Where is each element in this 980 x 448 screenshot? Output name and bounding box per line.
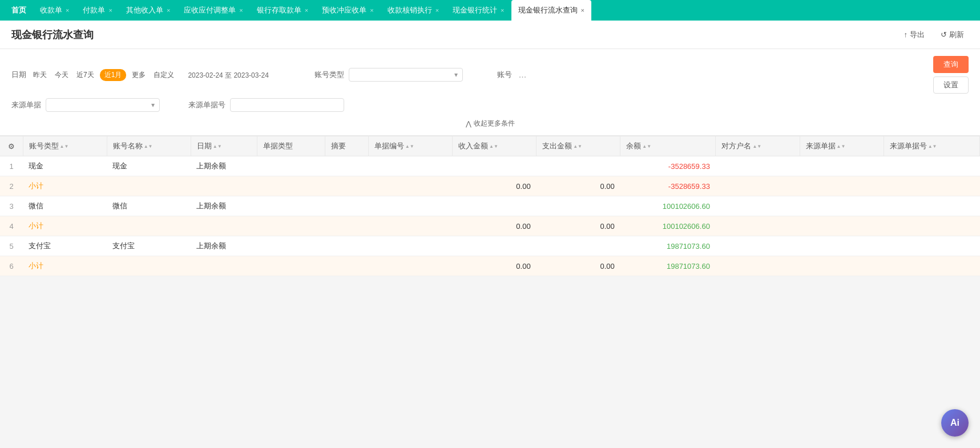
date-range-display: 2023-02-24 至 2023-03-24 bbox=[188, 70, 268, 80]
nav-cash-bank-stats-close[interactable]: × bbox=[501, 7, 504, 14]
table-header-row: ⚙ 账号类型▲▼ 账号名称▲▼ 日期▲▼ 单据类型 摘要 单据编号▲▼ 收入金额… bbox=[0, 136, 980, 156]
row-account-name: 现金 bbox=[107, 156, 191, 176]
col-doc-type[interactable]: 单据类型 bbox=[257, 136, 325, 156]
account-type-select[interactable]: ▾ bbox=[349, 68, 463, 82]
sort-icon-date: ▲▼ bbox=[213, 144, 222, 149]
row-summary bbox=[325, 176, 368, 196]
date-btn-yesterday[interactable]: 昨天 bbox=[31, 69, 49, 81]
source-doc-no-label: 来源单据号 bbox=[188, 100, 225, 110]
table-row: 3微信微信上期余额100102606.60 bbox=[0, 196, 980, 216]
date-btn-today[interactable]: 今天 bbox=[53, 69, 71, 81]
source-doc-label: 来源单据 bbox=[11, 100, 41, 110]
nav-receipt-label: 收款单 bbox=[40, 5, 62, 15]
col-summary[interactable]: 摘要 bbox=[325, 136, 368, 156]
nav-item-ar-ap-adjust[interactable]: 应收应付调整单 × bbox=[177, 0, 249, 21]
row-source-doc bbox=[800, 196, 884, 216]
row-income: 0.00 bbox=[452, 256, 536, 276]
nav-bank-deposit-close[interactable]: × bbox=[305, 7, 308, 14]
table-row: 1现金现金上期余额-3528659.33 bbox=[0, 156, 980, 176]
nav-receipt-close[interactable]: × bbox=[66, 7, 69, 14]
row-account-type: 小计 bbox=[23, 216, 107, 236]
row-doc-type bbox=[257, 156, 325, 176]
source-doc-select[interactable]: ▾ bbox=[46, 98, 160, 112]
nav-item-cash-bank-flow[interactable]: 现金银行流水查询 × bbox=[511, 0, 591, 21]
table-settings-icon[interactable]: ⚙ bbox=[8, 142, 15, 151]
row-balance: 100102606.60 bbox=[620, 216, 716, 236]
row-summary bbox=[325, 196, 368, 216]
row-expense bbox=[537, 196, 620, 216]
row-doc-no bbox=[368, 156, 452, 176]
nav-item-collection-exec[interactable]: 收款核销执行 × bbox=[381, 0, 446, 21]
source-doc-no-filter-group: 来源单据号 bbox=[188, 98, 344, 112]
nav-item-cash-bank-stats[interactable]: 现金银行统计 × bbox=[446, 0, 511, 21]
row-summary bbox=[325, 256, 368, 276]
source-doc-no-input[interactable] bbox=[230, 98, 344, 112]
row-date: 上期余额 bbox=[191, 236, 257, 256]
row-balance: -3528659.33 bbox=[620, 156, 716, 176]
row-account-type: 小计 bbox=[23, 256, 107, 276]
col-settings[interactable]: ⚙ bbox=[0, 136, 23, 156]
account-type-label: 账号类型 bbox=[314, 70, 344, 80]
row-summary bbox=[325, 156, 368, 176]
nav-cash-bank-stats-label: 现金银行统计 bbox=[453, 5, 497, 15]
nav-payment-close[interactable]: × bbox=[108, 7, 112, 14]
data-table: ⚙ 账号类型▲▼ 账号名称▲▼ 日期▲▼ 单据类型 摘要 单据编号▲▼ 收入金额… bbox=[0, 136, 980, 276]
row-no: 1 bbox=[0, 156, 23, 176]
col-source-doc[interactable]: 来源单据▲▼ bbox=[800, 136, 884, 156]
sort-icon-expense: ▲▼ bbox=[573, 144, 582, 149]
nav-ar-ap-close[interactable]: × bbox=[239, 7, 243, 14]
col-income[interactable]: 收入金额▲▼ bbox=[452, 136, 536, 156]
query-button[interactable]: 查询 bbox=[933, 56, 969, 73]
nav-advance-offset-close[interactable]: × bbox=[370, 7, 373, 14]
row-balance: -3528659.33 bbox=[620, 176, 716, 196]
date-btn-7days[interactable]: 近7天 bbox=[74, 69, 96, 81]
nav-item-payment[interactable]: 付款单 × bbox=[76, 0, 119, 21]
col-balance[interactable]: 余额▲▼ bbox=[620, 136, 716, 156]
row-source-doc-no bbox=[884, 156, 979, 176]
col-expense[interactable]: 支出金额▲▼ bbox=[537, 136, 620, 156]
date-btn-1month[interactable]: 近1月 bbox=[100, 69, 127, 81]
nav-item-home[interactable]: 首页 bbox=[5, 0, 33, 21]
date-btn-more[interactable]: 更多 bbox=[130, 69, 148, 81]
row-source-doc-no bbox=[884, 176, 979, 196]
row-counterparty bbox=[716, 196, 800, 216]
nav-home-label: 首页 bbox=[11, 5, 26, 15]
row-account-name bbox=[107, 256, 191, 276]
row-no: 6 bbox=[0, 256, 23, 276]
row-date: 上期余额 bbox=[191, 196, 257, 216]
row-account-name bbox=[107, 216, 191, 236]
source-doc-filter-group: 来源单据 ▾ bbox=[11, 98, 160, 112]
row-counterparty bbox=[716, 156, 800, 176]
row-doc-no bbox=[368, 256, 452, 276]
nav-item-receipt[interactable]: 收款单 × bbox=[33, 0, 76, 21]
nav-item-other-income[interactable]: 其他收入单 × bbox=[119, 0, 177, 21]
date-shortcuts: 昨天 今天 近7天 近1月 更多 自定义 bbox=[31, 69, 176, 81]
nav-item-advance-offset[interactable]: 预收冲应收单 × bbox=[315, 0, 380, 21]
collapse-button[interactable]: ⋀ 收起更多条件 bbox=[11, 116, 969, 131]
row-source-doc-no bbox=[884, 196, 979, 216]
nav-other-income-close[interactable]: × bbox=[167, 7, 170, 14]
account-dots[interactable]: ... bbox=[517, 70, 529, 80]
row-no: 5 bbox=[0, 236, 23, 256]
col-account-type[interactable]: 账号类型▲▼ bbox=[23, 136, 107, 156]
export-button[interactable]: ↑ 导出 bbox=[900, 27, 930, 42]
sort-icon-account-type: ▲▼ bbox=[60, 144, 69, 149]
row-no: 2 bbox=[0, 176, 23, 196]
settings-button[interactable]: 设置 bbox=[933, 76, 969, 94]
col-date[interactable]: 日期▲▼ bbox=[191, 136, 257, 156]
col-counterparty[interactable]: 对方户名▲▼ bbox=[716, 136, 800, 156]
nav-collection-exec-close[interactable]: × bbox=[435, 7, 439, 14]
row-summary bbox=[325, 216, 368, 236]
account-filter-group: 账号 ... bbox=[497, 70, 529, 80]
date-filter-label: 日期 bbox=[11, 70, 26, 80]
date-btn-custom[interactable]: 自定义 bbox=[151, 69, 176, 81]
nav-cash-bank-flow-close[interactable]: × bbox=[581, 7, 584, 14]
col-source-doc-no[interactable]: 来源单据号▲▼ bbox=[884, 136, 979, 156]
nav-item-bank-deposit[interactable]: 银行存取款单 × bbox=[250, 0, 315, 21]
table-row: 2小计0.000.00-3528659.33 bbox=[0, 176, 980, 196]
row-income bbox=[452, 156, 536, 176]
col-account-name[interactable]: 账号名称▲▼ bbox=[107, 136, 191, 156]
col-doc-no[interactable]: 单据编号▲▼ bbox=[368, 136, 452, 156]
refresh-button[interactable]: ↺ 刷新 bbox=[936, 27, 969, 42]
row-account-type: 小计 bbox=[23, 176, 107, 196]
